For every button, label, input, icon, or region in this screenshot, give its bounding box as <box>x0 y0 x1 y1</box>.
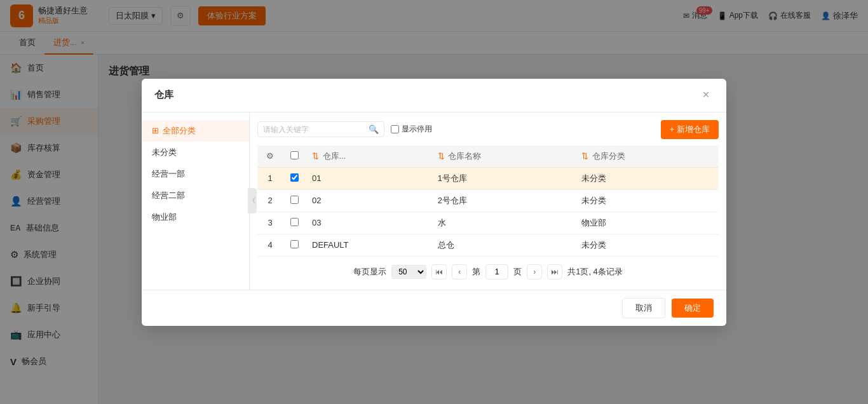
grid-icon: ⊞ <box>152 126 159 135</box>
table-row: 2 02 2号仓库 未分类 <box>257 189 719 212</box>
row-name: 总仓 <box>431 234 575 256</box>
col-category-label: 仓库分类 <box>592 151 625 161</box>
modal-overlay: 仓库 × ⊞ 全部分类 未分类 经营一部 经营二部 <box>0 0 868 404</box>
per-page-label: 每页显示 <box>353 266 386 278</box>
sort-icon-code: ⇅ <box>312 151 319 161</box>
row-code: 01 <box>306 167 431 189</box>
row-checkbox[interactable] <box>290 173 299 182</box>
last-page-button[interactable]: ⏭ <box>547 264 562 279</box>
tree-item-label-3: 物业部 <box>152 212 177 223</box>
row-code: DEFAULT <box>306 234 431 256</box>
col-code-label: 仓库... <box>323 151 346 161</box>
tree-item-property[interactable]: 物业部 <box>142 206 249 228</box>
modal-header: 仓库 × <box>142 79 726 112</box>
row-name: 水 <box>431 212 575 234</box>
row-name: 1号仓库 <box>431 167 575 189</box>
table-toolbar: 🔍 显示停用 + 新增仓库 <box>257 120 719 139</box>
sort-icon-category: ⇅ <box>581 151 588 161</box>
row-num: 1 <box>257 167 283 189</box>
row-category: 未分类 <box>575 167 719 189</box>
row-num: 3 <box>257 212 283 234</box>
per-page-select[interactable]: 50 20 100 <box>391 265 426 279</box>
page-label: 第 <box>472 266 480 278</box>
tree-item-label-0: 未分类 <box>152 147 177 158</box>
tree-item-label-1: 经营一部 <box>152 168 185 180</box>
row-num: 2 <box>257 189 283 212</box>
search-icon[interactable]: 🔍 <box>369 125 379 134</box>
row-checkbox[interactable] <box>290 240 299 248</box>
sort-icon-name: ⇅ <box>438 151 445 161</box>
tree-item-label-2: 经营二部 <box>152 190 185 201</box>
col-name-label: 仓库名称 <box>448 151 481 161</box>
table-wrapper: ⚙ ⇅ 仓库... ⇅ 仓库名称 <box>257 145 719 257</box>
confirm-button[interactable]: 确定 <box>672 299 714 318</box>
row-code: 02 <box>306 189 431 212</box>
row-category: 未分类 <box>575 189 719 212</box>
modal-close-button[interactable]: × <box>698 88 714 103</box>
tree-item-all[interactable]: ⊞ 全部分类 <box>142 120 249 142</box>
col-checkbox <box>283 145 306 168</box>
row-checkbox[interactable] <box>290 196 299 204</box>
pagination-bar: 每页显示 50 20 100 ⏮ ‹ 第 页 › ⏭ 共1页, 4条记录 <box>257 257 719 282</box>
row-checkbox-cell <box>283 189 306 212</box>
modal-title: 仓库 <box>154 89 173 101</box>
page-input[interactable] <box>485 264 508 279</box>
search-input-wrap: 🔍 <box>257 121 384 137</box>
cancel-button[interactable]: 取消 <box>622 298 665 318</box>
col-code: ⇅ 仓库... <box>306 145 431 168</box>
row-name: 2号仓库 <box>431 189 575 212</box>
row-checkbox[interactable] <box>290 218 299 226</box>
col-name: ⇅ 仓库名称 <box>431 145 575 168</box>
table-header-row: ⚙ ⇅ 仓库... ⇅ 仓库名称 <box>257 145 719 168</box>
col-category: ⇅ 仓库分类 <box>575 145 719 168</box>
table-row: 3 03 水 物业部 <box>257 212 719 234</box>
row-code: 03 <box>306 212 431 234</box>
modal-footer: 取消 确定 <box>142 290 726 326</box>
row-checkbox-cell <box>283 167 306 189</box>
row-category: 未分类 <box>575 234 719 256</box>
page-suffix: 页 <box>513 266 522 278</box>
warehouse-table: ⚙ ⇅ 仓库... ⇅ 仓库名称 <box>257 145 719 257</box>
modal-body: ⊞ 全部分类 未分类 经营一部 经营二部 物业部 《 <box>142 112 726 290</box>
show-disabled-wrap: 显示停用 <box>391 124 432 135</box>
row-checkbox-cell <box>283 212 306 234</box>
show-disabled-label: 显示停用 <box>402 124 432 135</box>
select-all-checkbox[interactable] <box>290 151 299 159</box>
total-label: 共1页, 4条记录 <box>567 266 623 278</box>
first-page-button[interactable]: ⏮ <box>431 264 447 279</box>
tree-item-dept1[interactable]: 经营一部 <box>142 163 249 185</box>
table-row: 1 01 1号仓库 未分类 <box>257 167 719 189</box>
warehouse-modal: 仓库 × ⊞ 全部分类 未分类 经营一部 经营二部 <box>142 79 726 326</box>
table-panel: 🔍 显示停用 + 新增仓库 ⚙ <box>250 112 726 290</box>
row-checkbox-cell <box>283 234 306 256</box>
tree-collapse-button[interactable]: 《 <box>248 188 257 213</box>
col-settings: ⚙ <box>257 145 283 168</box>
table-row: 4 DEFAULT 总仓 未分类 <box>257 234 719 256</box>
prev-page-button[interactable]: ‹ <box>452 264 467 279</box>
tree-item-dept2[interactable]: 经营二部 <box>142 185 249 206</box>
add-warehouse-button[interactable]: + 新增仓库 <box>661 120 719 139</box>
tree-panel: ⊞ 全部分类 未分类 经营一部 经营二部 物业部 《 <box>142 112 250 290</box>
row-num: 4 <box>257 234 283 256</box>
search-input[interactable] <box>263 125 365 134</box>
row-category: 物业部 <box>575 212 719 234</box>
next-page-button[interactable]: › <box>527 264 542 279</box>
show-disabled-checkbox[interactable] <box>391 125 399 133</box>
tree-item-uncategorized[interactable]: 未分类 <box>142 142 249 163</box>
tree-all-label: 全部分类 <box>163 125 196 137</box>
